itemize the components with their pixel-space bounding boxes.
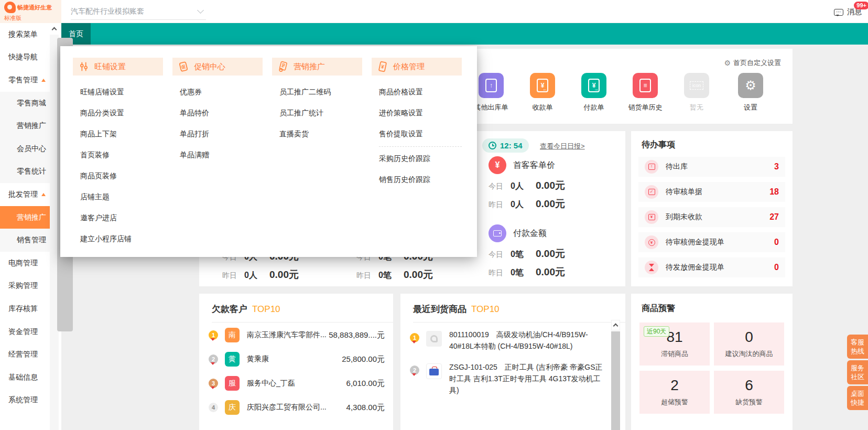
menu-item[interactable]: 首页装修: [73, 145, 163, 166]
debt-row[interactable]: 1 南 南京玉潍康汽车零部件... 58,883,889....元: [199, 324, 393, 347]
placeholder-icon: icon: [684, 73, 709, 98]
todo-list: ↑ 待出库 3 ✓ 待审核单据 18 ¥ 到期未收款 27 ¥ 待审核佣金提现单…: [638, 157, 785, 277]
marketing-mega-menu: 旺铺设置 旺铺店铺设置 商品分类设置 商品上下架 首页装修 商品页装修 店铺主题…: [60, 46, 477, 257]
money-bag-icon: ¥: [645, 235, 658, 249]
menu-item[interactable]: 销售历史价跟踪: [372, 169, 462, 190]
alert-card-slow-moving[interactable]: 近90天 81 滞销商品: [639, 322, 710, 366]
quick-action-sales-history[interactable]: ≡ 销货单历史: [620, 73, 671, 112]
menu-header-marketing[interactable]: 营销推广: [272, 58, 362, 76]
stat-first-order-price: ¥ 首客客单价 今日 0人 0.00元 昨日 0人 0.00元: [489, 156, 620, 211]
menu-item[interactable]: 单品打折: [172, 124, 263, 145]
menu-item[interactable]: 商品分类设置: [73, 103, 163, 124]
menu-item[interactable]: 售价提取设置: [372, 124, 462, 145]
alert-card-eliminate[interactable]: 0 建议淘汰的商品: [714, 322, 784, 366]
hourglass-icon: [645, 261, 658, 274]
menu-item[interactable]: 商品价格设置: [372, 82, 462, 103]
arrival-row[interactable]: 1 8011100019 高级发动机油/CH-4/B915W-40#18L本特勒…: [400, 322, 625, 355]
promo-tag-icon: 促: [178, 61, 189, 72]
debt-panel-title: 欠款客户: [212, 303, 247, 315]
alerts-grid: 近90天 81 滞销商品 0 建议淘汰的商品 2 超储预警 6 缺货预警: [639, 322, 784, 414]
recent-arrivals-panel: 最近到货商品 TOP10 1 8011100019 高级发动机油/CH-4/B9…: [400, 294, 625, 430]
todo-count: 0: [774, 238, 779, 247]
todo-row-commission-audit[interactable]: ¥ 待审核佣金提现单 0: [638, 232, 785, 252]
silver-medal-icon: 2: [209, 354, 218, 364]
current-time: 12: 54: [500, 141, 523, 150]
price-tag-icon: ¥: [377, 61, 388, 72]
menu-header-pricing[interactable]: ¥ 价格管理: [372, 58, 462, 76]
menu-item[interactable]: 直播卖货: [272, 124, 362, 145]
debt-row[interactable]: 4 庆 庆阳兴彦工贸有限公司... 4,308.00元: [199, 396, 393, 419]
menu-item[interactable]: 优惠券: [172, 82, 263, 103]
home-customize-link[interactable]: ⚙ 首页自定义设置: [724, 58, 781, 68]
todo-row-pending-audit[interactable]: ✓ 待审核单据 18: [638, 182, 785, 202]
product-thumb-toolbox: [426, 363, 442, 379]
debt-row[interactable]: 3 服 服务中心_丁磊 6,010.00元: [199, 372, 393, 395]
floating-side-buttons: 客服热线 服务社区 桌面快捷: [847, 335, 868, 412]
scrollbar-thumb[interactable]: [611, 331, 620, 430]
stat-row-today: 今日 0人 0.00元: [489, 179, 620, 192]
customer-avatar: 庆: [225, 400, 240, 415]
menu-item[interactable]: 店铺主题: [73, 187, 163, 208]
quick-action-settings[interactable]: ⚙ 设置: [725, 73, 776, 112]
menu-column-promotion: 促 促销中心 优惠券 单品特价 单品打折 单品满赠: [172, 58, 263, 166]
alert-card-shortage[interactable]: 6 缺货预警: [714, 371, 784, 414]
menu-item[interactable]: 建立小程序店铺: [73, 229, 163, 250]
sidebar: 搜索菜单 快捷导航 零售管理 零售商城 营销推广 会员中心 零售统计 批发管理 …: [0, 23, 61, 430]
arrivals-scrollbar[interactable]: [611, 320, 620, 430]
todo-count: 27: [769, 212, 779, 222]
quick-action-receipt[interactable]: ¥← 收款单: [517, 73, 568, 112]
debt-row[interactable]: 2 黄 黄乘康 25,800.00元: [199, 348, 393, 371]
menu-item[interactable]: 单品满赠: [172, 145, 263, 166]
menu-header-shop-setup[interactable]: 旺铺设置: [73, 58, 163, 76]
menu-item[interactable]: 进价策略设置: [372, 103, 462, 124]
menu-item[interactable]: 采购历史价跟踪: [372, 148, 462, 169]
scroll-up-button[interactable]: [611, 320, 620, 330]
brand-mark-icon: [4, 2, 16, 13]
gold-medal-icon: 1: [410, 333, 419, 342]
menu-item[interactable]: 旺铺店铺设置: [73, 82, 163, 103]
menu-item[interactable]: 员工推广统计: [272, 103, 362, 124]
account-set-select[interactable]: 汽车配件行业模拟账套: [71, 3, 206, 20]
todo-row-pending-outbound[interactable]: ↑ 待出库 3: [638, 157, 785, 177]
expand-triangle-icon: [41, 79, 46, 82]
period-badge: 近90天: [644, 326, 669, 337]
sidebar-scrollbar[interactable]: [50, 23, 59, 430]
cash-box-icon: ¥: [645, 210, 658, 224]
wallet-icon: [489, 224, 506, 242]
alert-card-overstock[interactable]: 2 超储预警: [639, 371, 710, 414]
clock-icon: [489, 142, 496, 149]
debt-customers-panel: 欠款客户 TOP10 1 南 南京玉潍康汽车零部件... 58,883,889.…: [199, 294, 393, 430]
menu-header-promotion[interactable]: 促 促销中心: [172, 58, 263, 76]
service-community-button[interactable]: 服务社区: [847, 360, 868, 384]
customer-avatar: 南: [225, 328, 240, 342]
todo-row-due-unpaid[interactable]: ¥ 到期未收款 27: [638, 207, 785, 227]
arrival-row[interactable]: 2 ZSGJ-101-025 正时工具 (吉利帝豪 帝豪GS正时工具 吉利1.3…: [400, 355, 625, 399]
messages-button[interactable]: ⋯ 消息 99+: [834, 7, 862, 17]
sales-history-icon: ≡: [633, 73, 658, 98]
menu-item[interactable]: 商品上下架: [73, 124, 163, 145]
menu-item[interactable]: 单品特价: [172, 103, 263, 124]
menu-item[interactable]: 员工推广二维码: [272, 82, 362, 103]
app-window: 畅捷通好生意 标准版 汽车配件行业模拟账套 ⋯ 消息 99+ 搜索菜单 快捷导航…: [0, 0, 868, 430]
todo-row-commission-payout[interactable]: 待发放佣金提现单 0: [638, 257, 785, 277]
account-set-value: 汽车配件行业模拟账套: [71, 7, 144, 16]
quick-actions-row: ↑ 其他出库单 ¥← 收款单 ¥→ 付款单 ≡ 销货单历史 icon 暂无 ⚙ …: [465, 73, 776, 112]
speech-bubble-icon: ⋯: [834, 9, 843, 16]
menu-column-marketing: 营销推广 员工推广二维码 员工推广统计 直播卖货: [272, 58, 362, 145]
rank-badge: 4: [209, 403, 218, 412]
time-pill: 12: 54: [482, 138, 529, 153]
customer-service-button[interactable]: 客服热线: [847, 335, 868, 359]
stat-payment-amount: 付款金额 今日 0笔 0.00元 昨日 0笔 0.00元: [489, 224, 620, 279]
scroll-up-button[interactable]: [50, 23, 59, 35]
top10-tag: TOP10: [252, 304, 280, 315]
quick-action-payment[interactable]: ¥→ 付款单: [568, 73, 620, 112]
menu-item[interactable]: 邀客户进店: [73, 208, 163, 229]
daily-report-link[interactable]: 查看今日日报>: [540, 142, 585, 151]
megaphone-gear-icon: [277, 61, 289, 72]
silver-medal-icon: 2: [410, 366, 419, 375]
dashed-divider: [379, 146, 462, 147]
stat-row-yesterday: 昨日 0人 0.00元: [489, 197, 620, 211]
payment-doc-icon: ¥→: [581, 73, 606, 98]
menu-item[interactable]: 商品页装修: [73, 166, 163, 187]
desktop-shortcut-button[interactable]: 桌面快捷: [847, 386, 868, 410]
